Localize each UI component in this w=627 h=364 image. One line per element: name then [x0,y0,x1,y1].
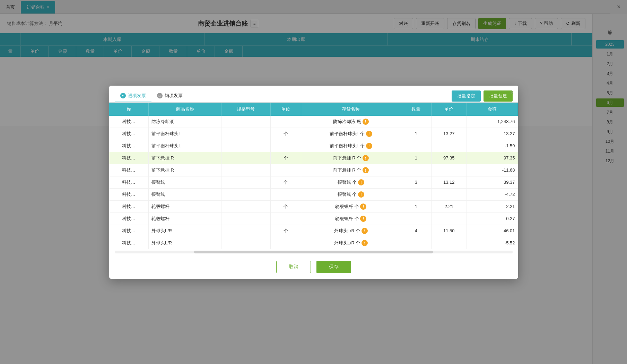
cell-spec [221,188,271,200]
warning-icon: ! [366,143,372,149]
cell-unit [270,213,301,225]
cell-product: 前下悬挂 R [149,164,221,176]
scrollbar-thumb[interactable] [194,251,433,253]
cell-qty: 4 [401,225,431,237]
cell-price: 97.35 [431,152,467,164]
cell-inventory: 前平衡杆球头L 个 ! [301,128,401,140]
app-container: 首页 进销台账 × × 销售成本计算方法： 月平均 商贸企业进销台账 ≡ 对账 … [0,0,627,364]
col-header-amount: 金额 [467,103,518,116]
table-header: 你 商品名称 规格型号 单位 存货名称 数量 单价 金额 [109,103,518,116]
modal-table-container[interactable]: 你 商品名称 规格型号 单位 存货名称 数量 单价 金额 [109,103,518,249]
cell-company: 科技… [109,200,149,213]
col-header-inventory-name: 存货名称 [301,103,401,116]
warning-icon: ! [362,240,368,246]
cell-spec [221,225,271,237]
cell-qty [401,237,431,249]
warning-icon: ! [363,155,369,161]
outgoing-tab-icon: □ [157,93,163,98]
cell-spec [221,164,271,176]
cell-company: 科技… [109,164,149,176]
cell-unit: 个 [270,176,301,188]
cell-product: 前平衡杆球头L [149,128,221,140]
batch-create-button[interactable]: 批量创建 [484,90,513,102]
cell-unit [270,237,301,249]
cell-price [431,237,467,249]
table-body: 科技… 防冻冷却液 防冻冷却液 瓶 ! -1,243.76 [109,116,518,249]
horizontal-scrollbar[interactable] [115,251,513,253]
cell-price: 11.50 [431,225,467,237]
cell-company: 科技… [109,237,149,249]
table-row: 科技… 前平衡杆球头L 个 前平衡杆球头L 个 ! 1 13.27 13.27 [109,128,518,140]
cell-qty: 1 [401,152,431,164]
cell-price [431,213,467,225]
modal-header: ● 进项发票 □ 销项发票 批量指定 批量创建 × [109,86,518,103]
cell-qty [401,116,431,128]
cell-inventory: 报警线 个 ! [301,176,401,188]
warning-icon: ! [363,119,369,125]
incoming-tab-label: 进项发票 [128,93,146,99]
cell-inventory: 防冻冷却液 瓶 ! [301,116,401,128]
cell-amount: -11.68 [467,164,518,176]
cell-company: 科技… [109,152,149,164]
cell-product: 报警线 [149,176,221,188]
cancel-button[interactable]: 取消 [276,261,311,273]
cell-price [431,164,467,176]
table-row: 科技… 前下悬挂 R 前下悬挂 R 个 ! -11.68 [109,164,518,176]
table-header-row: 你 商品名称 规格型号 单位 存货名称 数量 单价 金额 [109,103,518,116]
cell-product: 外球头L/R [149,237,221,249]
cell-qty [401,164,431,176]
table-row: 科技… 前平衡杆球头L 前平衡杆球头L 个 ! -1.59 [109,140,518,152]
table-row: 科技… 报警线 报警线 个 ! -4.72 [109,188,518,200]
cell-amount: -1.59 [467,140,518,152]
modal-close-button[interactable]: × [510,89,514,96]
batch-buttons: 批量指定 批量创建 [452,90,513,102]
table-row: 科技… 轮毂螺杆 轮毂螺杆 个 ! -0.27 [109,213,518,225]
col-header-you: 你 [109,103,149,116]
table-row: 科技… 报警线 个 报警线 个 ! 3 13.12 39.37 [109,176,518,188]
cell-amount: -4.72 [467,188,518,200]
cell-price: 13.12 [431,176,467,188]
cell-inventory: 外球头L/R 个 ! [301,237,401,249]
cell-product: 轮毂螺杆 [149,200,221,213]
cell-inventory: 轮毂螺杆 个 ! [301,200,401,213]
col-header-price: 单价 [431,103,467,116]
table-row: 科技… 外球头L/R 个 外球头L/R 个 ! 4 11.50 46.01 [109,225,518,237]
modal-tab-outgoing[interactable]: □ 销项发票 [151,90,188,102]
save-button[interactable]: 保存 [316,261,351,273]
cell-product: 报警线 [149,188,221,200]
cell-company: 科技… [109,225,149,237]
cell-unit [270,188,301,200]
cell-unit [270,116,301,128]
cell-product: 轮毂螺杆 [149,213,221,225]
cell-inventory: 前平衡杆球头L 个 ! [301,140,401,152]
cell-spec [221,200,271,213]
cell-spec [221,176,271,188]
cell-inventory: 前下悬挂 R 个 ! [301,164,401,176]
cell-qty [401,188,431,200]
cell-qty: 1 [401,128,431,140]
cell-company: 科技… [109,128,149,140]
modal-dialog: ● 进项发票 □ 销项发票 批量指定 批量创建 × 你 [109,86,518,279]
cell-price [431,116,467,128]
batch-specify-button[interactable]: 批量指定 [452,90,481,102]
cell-amount: 2.21 [467,200,518,213]
cell-inventory: 前下悬挂 R 个 ! [301,152,401,164]
col-header-spec: 规格型号 [221,103,271,116]
cell-product: 外球头L/R [149,225,221,237]
cell-product: 前平衡杆球头L [149,140,221,152]
cell-spec [221,213,271,225]
cell-amount: 46.01 [467,225,518,237]
outgoing-tab-label: 销项发票 [165,93,183,99]
cell-unit [270,140,301,152]
cell-qty [401,140,431,152]
col-header-unit: 单位 [270,103,301,116]
cell-unit: 个 [270,200,301,213]
modal-tab-incoming[interactable]: ● 进项发票 [115,90,151,102]
cell-inventory: 轮毂螺杆 个 ! [301,213,401,225]
modal-overlay: ● 进项发票 □ 销项发票 批量指定 批量创建 × 你 [0,0,627,364]
table-row: 科技… 轮毂螺杆 个 轮毂螺杆 个 ! 1 2.21 2.21 [109,200,518,213]
cell-qty [401,213,431,225]
cell-amount: 39.37 [467,176,518,188]
warning-icon: ! [362,228,368,234]
cell-company: 科技… [109,116,149,128]
